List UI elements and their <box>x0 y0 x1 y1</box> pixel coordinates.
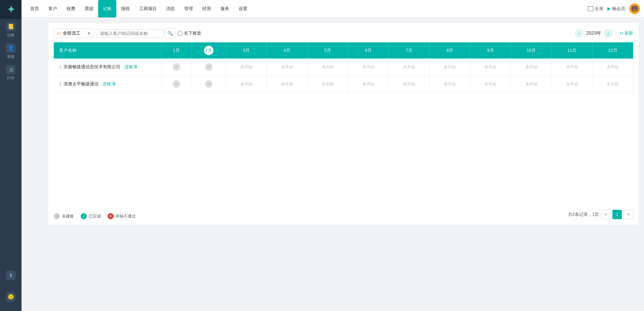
next-page-button[interactable]: > <box>624 210 633 219</box>
not-created-icon: − <box>173 80 180 88</box>
col-header-m5: 5月 <box>307 42 348 59</box>
vip-button[interactable]: ▶ 畅会员 <box>607 6 625 12</box>
legend-completed-label: 已完成 <box>89 213 101 219</box>
not-created-icon: − <box>205 63 212 71</box>
sidebar: ✦ 📒 记账 👤 审核 🖨 打印 ⬇ 🙂 <box>0 0 22 311</box>
month-cell-6: 未开始 <box>348 59 389 76</box>
not-started-label: 未开始 <box>240 82 252 86</box>
not-started-label: 未开始 <box>525 65 537 69</box>
support-icon: 🙂 <box>6 292 15 302</box>
client-name: 安徽畅捷通信息技术有限公司 <box>64 64 120 69</box>
download-icon: ⬇ <box>6 271 15 280</box>
nav-invoice[interactable]: 票据 <box>80 0 98 17</box>
toolbar: 🏷 全部员工 ▼ 🔍 名下账套 ‹ 2023年 › ↻ 刷新 <box>54 28 633 38</box>
col-header-m1: 1月 <box>161 42 191 59</box>
nav-message[interactable]: 消息 <box>161 0 179 17</box>
search-icon: 🔍 <box>167 31 173 36</box>
col-header-m7: 7月 <box>389 42 430 59</box>
month-cell-1: − <box>161 76 191 93</box>
nav-manage[interactable]: 管理 <box>179 0 198 17</box>
main-content: 🏷 全部员工 ▼ 🔍 名下账套 ‹ 2023年 › ↻ 刷新 <box>43 17 644 311</box>
client-name-cell: 1安徽畅捷通信息技术有限公司 进账簿 <box>54 59 161 76</box>
footer-legend: − 未建账 ✓ 已完成 ✕ 审核不通过 <box>54 213 136 219</box>
month-cell-4: 未开始 <box>267 76 307 93</box>
enter-ledger-link[interactable]: 进账簿 <box>124 64 137 69</box>
nav-settings[interactable]: 设置 <box>234 0 252 17</box>
legend-red-dot: ✕ <box>108 213 114 219</box>
nav-tax[interactable]: 报税 <box>116 0 134 17</box>
content-card: 🏷 全部员工 ▼ 🔍 名下账套 ‹ 2023年 › ↻ 刷新 <box>48 23 639 225</box>
not-started-label: 未开始 <box>281 65 293 69</box>
not-started-label: 未开始 <box>322 82 334 86</box>
my-accounts-checkbox-label[interactable]: 名下账套 <box>178 30 201 36</box>
pagination: 共2条记录，1页 < 1 > <box>568 210 633 219</box>
sidebar-bottom: ⬇ 🙂 <box>0 265 22 311</box>
not-started-label: 未开始 <box>484 65 496 69</box>
nav-operations[interactable]: 经营 <box>198 0 216 17</box>
page-1-button[interactable]: 1 <box>612 210 622 219</box>
nav-service[interactable]: 服务 <box>216 0 234 17</box>
month-cell-5: 未开始 <box>307 76 348 93</box>
my-accounts-checkbox[interactable] <box>178 31 183 36</box>
nav-clients[interactable]: 客户 <box>44 0 62 17</box>
not-started-label: 未开始 <box>403 65 415 69</box>
nav-home[interactable]: 首页 <box>26 0 44 17</box>
col-header-m9: 9月 <box>470 42 511 59</box>
month-cell-9: 未开始 <box>470 76 511 93</box>
month-cell-11: 未开始 <box>552 59 592 76</box>
topbar: 首页 客户 收费 票据 记账 报税 工商项目 消息 管理 经营 服务 设置 全屏… <box>22 0 644 17</box>
next-year-button[interactable]: › <box>604 29 613 38</box>
search-input[interactable] <box>97 29 164 38</box>
col-header-m12: 12月 <box>592 42 633 59</box>
legend-completed: ✓ 已完成 <box>81 213 101 219</box>
table-header-row: 客户名称 1月 2月 3月 4月 5月 6月 7月 8月 9月 10月 11月 … <box>54 42 633 59</box>
nav-right: 全屏 ▶ 畅会员 🐻 <box>588 3 640 14</box>
prev-year-button[interactable]: ‹ <box>575 29 583 38</box>
search-button[interactable]: 🔍 <box>165 28 175 38</box>
month-cell-5: 未开始 <box>307 59 348 76</box>
month-cell-10: 未开始 <box>511 76 552 93</box>
prev-page-button[interactable]: < <box>601 210 610 219</box>
total-records-label: 共2条记录，1页 <box>568 211 599 218</box>
month-cell-9: 未开始 <box>470 59 511 76</box>
not-started-label: 未开始 <box>566 82 578 86</box>
month-cell-4: 未开始 <box>267 59 307 76</box>
table-row: 2漠澳太平畅捷通信 进账簿−−未开始未开始未开始未开始未开始未开始未开始未开始未… <box>54 76 633 93</box>
year-label: 2023年 <box>586 30 601 36</box>
nav-ledger[interactable]: 记账 <box>98 0 116 17</box>
sidebar-item-support[interactable]: 🙂 <box>0 286 22 308</box>
month-cell-2: − <box>191 76 226 93</box>
nav-billing[interactable]: 收费 <box>62 0 80 17</box>
month-cell-6: 未开始 <box>348 76 389 93</box>
not-started-label: 未开始 <box>403 82 415 86</box>
client-name-cell: 2漠澳太平畅捷通信 进账簿 <box>54 76 161 93</box>
sidebar-item-print[interactable]: 🖨 打印 <box>0 62 22 83</box>
table-row: 1安徽畅捷通信息技术有限公司 进账簿−−未开始未开始未开始未开始未开始未开始未开… <box>54 59 633 76</box>
col-header-m6: 6月 <box>348 42 389 59</box>
col-header-m3: 3月 <box>226 42 267 59</box>
month-cell-3: 未开始 <box>226 59 267 76</box>
sidebar-item-review[interactable]: 👤 审核 <box>0 40 22 62</box>
row-index: 2 <box>59 81 62 86</box>
user-avatar[interactable]: 🐻 <box>629 3 640 14</box>
month-cell-8: 未开始 <box>430 76 470 93</box>
month-cell-2: − <box>191 59 226 76</box>
month-cell-7: 未开始 <box>389 59 430 76</box>
fullscreen-button[interactable]: 全屏 <box>588 6 603 12</box>
not-started-label: 未开始 <box>566 65 578 69</box>
sidebar-item-ledger[interactable]: 📒 记账 <box>0 19 22 40</box>
refresh-button[interactable]: ↻ 刷新 <box>619 30 633 36</box>
nav-biz[interactable]: 工商项目 <box>134 0 161 17</box>
not-started-label: 未开始 <box>444 65 456 69</box>
enter-ledger-link[interactable]: 进账簿 <box>103 81 116 86</box>
legend-not-created-label: 未建账 <box>62 213 74 219</box>
legend-teal-dot: ✓ <box>81 213 87 219</box>
employee-select[interactable]: 🏷 全部员工 ▼ <box>54 29 94 38</box>
row-index: 1 <box>59 64 62 69</box>
refresh-icon: ↻ <box>619 31 623 36</box>
employee-icon: 🏷 <box>57 31 62 36</box>
ledger-icon: 📒 <box>6 22 15 31</box>
sidebar-item-download[interactable]: ⬇ <box>0 265 22 286</box>
table-container[interactable]: 客户名称 1月 2月 3月 4月 5月 6月 7月 8月 9月 10月 11月 … <box>54 42 633 93</box>
app-logo: ✦ <box>0 0 22 19</box>
